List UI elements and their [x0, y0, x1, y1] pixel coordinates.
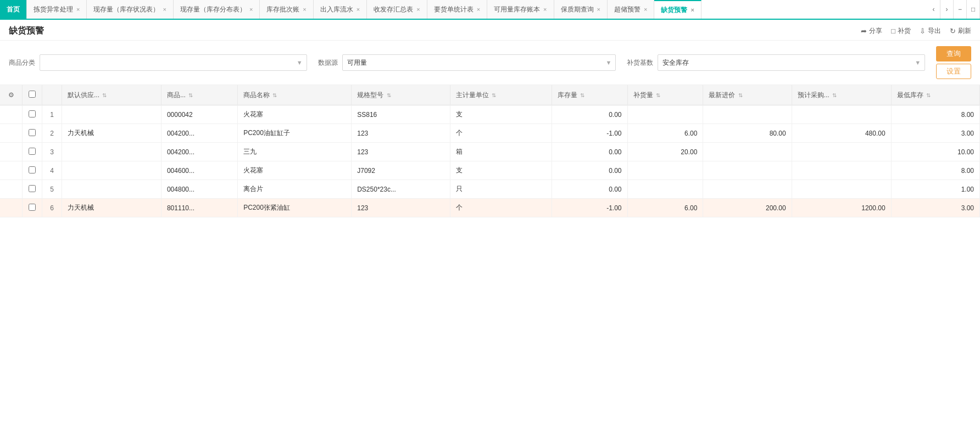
row-settings-2: [0, 143, 23, 161]
stock-sort-icon: ⇅: [580, 92, 584, 98]
row-unit-4: 只: [450, 180, 552, 199]
row-latest-price-2: [703, 143, 792, 161]
row-min-stock-0: 8.00: [891, 105, 979, 124]
tab-demand-stats[interactable]: 要货单统计表 ×: [427, 0, 487, 19]
th-supplier[interactable]: 默认供应... ⇅: [62, 85, 162, 105]
th-supplier-label: 默认供应...: [68, 91, 99, 99]
th-spec[interactable]: 规格型号 ⇅: [352, 85, 450, 105]
row-checkbox-cell-5: [23, 199, 42, 217]
share-icon: ➦: [861, 27, 867, 35]
row-checkbox-1[interactable]: [29, 129, 36, 136]
filter-category: 商品分类 ▼: [9, 54, 307, 71]
row-min-stock-2: 10.00: [891, 143, 979, 161]
row-latest-price-1: 80.00: [703, 124, 792, 143]
row-spec-4: DS250*23c...: [352, 180, 450, 199]
tab-abnormal[interactable]: 拣货异常处理 ×: [27, 0, 87, 19]
tab-abnormal-close[interactable]: ×: [76, 6, 80, 13]
tab-receipt-summary-close[interactable]: ×: [416, 6, 420, 13]
row-settings-5: [0, 199, 23, 217]
refresh-action[interactable]: ↻ 刷新: [950, 26, 971, 36]
th-product-code[interactable]: 商品... ⇅: [161, 85, 237, 105]
row-no-3: 4: [42, 161, 62, 180]
row-settings-0: [0, 105, 23, 124]
tab-batch-account-close[interactable]: ×: [303, 6, 306, 13]
th-product-code-label: 商品...: [167, 91, 186, 99]
tab-available-ledger[interactable]: 可用量库存账本 ×: [487, 0, 554, 19]
row-product-code-1: 004200...: [161, 124, 237, 143]
row-product-code-2: 004200...: [161, 143, 237, 161]
replenish-base-label: 补货基数: [627, 58, 653, 68]
tab-demand-stats-close[interactable]: ×: [477, 6, 480, 13]
tab-inventory-dist-close[interactable]: ×: [249, 6, 253, 13]
th-min-stock[interactable]: 最低库存 ⇅: [891, 85, 979, 105]
tab-nav-prev[interactable]: ‹: [927, 0, 940, 19]
tab-in-out-flow-close[interactable]: ×: [357, 6, 360, 13]
tab-shortage-close[interactable]: ×: [691, 7, 694, 13]
table-row: 6 力天机械 801110... PC200张紧油缸 123 个 -1.00 6…: [0, 199, 980, 217]
export-action[interactable]: ⇩ 导出: [920, 26, 941, 36]
row-checkbox-2[interactable]: [29, 148, 36, 155]
tab-expiry-query-close[interactable]: ×: [597, 6, 600, 13]
th-stock[interactable]: 库存量 ⇅: [552, 85, 627, 105]
tab-inventory-dist-label: 现存量（库存分布表）: [180, 5, 246, 14]
category-select-wrap: ▼: [40, 54, 307, 71]
row-checkbox-cell-0: [23, 105, 42, 124]
tab-minimize[interactable]: −: [954, 0, 967, 19]
query-button[interactable]: 查询: [936, 46, 971, 61]
share-action[interactable]: ➦ 分享: [861, 26, 882, 36]
tab-inventory-status[interactable]: 现存量（库存状况表） ×: [87, 0, 173, 19]
row-replenish-qty-0: [627, 105, 703, 124]
unit-sort-icon: ⇅: [492, 92, 496, 98]
row-checkbox-0[interactable]: [29, 110, 36, 117]
setting-button[interactable]: 设置: [936, 64, 971, 79]
th-unit-label: 主计量单位: [456, 91, 489, 99]
row-min-stock-3: 8.00: [891, 161, 979, 180]
row-supplier-4: [62, 180, 162, 199]
tab-receipt-summary[interactable]: 收发存汇总表 ×: [367, 0, 427, 19]
category-select[interactable]: [40, 54, 307, 71]
row-estimated-purchase-2: [792, 143, 891, 161]
tab-shortage[interactable]: 缺货预警 ×: [654, 0, 701, 19]
row-checkbox-5[interactable]: [29, 204, 36, 211]
tab-available-ledger-close[interactable]: ×: [543, 6, 547, 13]
th-settings[interactable]: ⚙: [0, 85, 23, 105]
row-settings-1: [0, 124, 23, 143]
row-latest-price-0: [703, 105, 792, 124]
tab-home[interactable]: 首页: [0, 0, 27, 19]
tab-overstock-close[interactable]: ×: [644, 6, 647, 13]
th-estimated-purchase-label: 预计采购...: [798, 91, 829, 99]
tab-in-out-flow[interactable]: 出入库流水 ×: [314, 0, 367, 19]
replenish-select[interactable]: 安全库存: [658, 54, 925, 71]
tab-expiry-query[interactable]: 保质期查询 ×: [554, 0, 608, 19]
table-row: 4 004600... 火花塞 J7092 支 0.00 8.00: [0, 161, 980, 180]
tab-batch-account[interactable]: 库存批次账 ×: [260, 0, 313, 19]
th-product-name[interactable]: 商品名称 ⇅: [238, 85, 352, 105]
tab-maximize[interactable]: □: [967, 0, 980, 19]
row-stock-1: -1.00: [552, 124, 627, 143]
row-no-4: 5: [42, 180, 62, 199]
row-latest-price-5: 200.00: [703, 199, 792, 217]
page-content: 缺货预警 ➦ 分享 □ 补货 ⇩ 导出 ↻ 刷新 商品分类: [0, 20, 980, 437]
row-product-name-5: PC200张紧油缸: [238, 199, 352, 217]
row-unit-3: 支: [450, 161, 552, 180]
tab-inventory-status-close[interactable]: ×: [163, 6, 166, 13]
th-replenish-qty-label: 补货量: [633, 91, 653, 99]
tab-nav-next[interactable]: ›: [940, 0, 954, 19]
th-latest-price[interactable]: 最新进价 ⇅: [703, 85, 792, 105]
select-all-checkbox[interactable]: [29, 91, 36, 98]
column-settings-icon[interactable]: ⚙: [5, 89, 16, 100]
tab-bar: 首页 拣货异常处理 × 现存量（库存状况表） × 现存量（库存分布表） × 库存…: [0, 0, 980, 20]
th-unit[interactable]: 主计量单位 ⇅: [450, 85, 552, 105]
replenish-action[interactable]: □ 补货: [891, 26, 911, 36]
tab-available-ledger-label: 可用量库存账本: [494, 5, 540, 14]
datasource-select[interactable]: 可用量: [342, 54, 616, 71]
row-product-name-4: 离合片: [238, 180, 352, 199]
th-estimated-purchase[interactable]: 预计采购... ⇅: [792, 85, 891, 105]
tab-overstock[interactable]: 超储预警 ×: [608, 0, 654, 19]
th-replenish-qty[interactable]: 补货量 ⇅: [627, 85, 703, 105]
row-product-code-5: 801110...: [161, 199, 237, 217]
row-checkbox-4[interactable]: [29, 185, 36, 192]
row-checkbox-3[interactable]: [29, 166, 36, 173]
replenish-icon: □: [891, 27, 895, 35]
tab-inventory-dist[interactable]: 现存量（库存分布表） ×: [174, 0, 260, 19]
